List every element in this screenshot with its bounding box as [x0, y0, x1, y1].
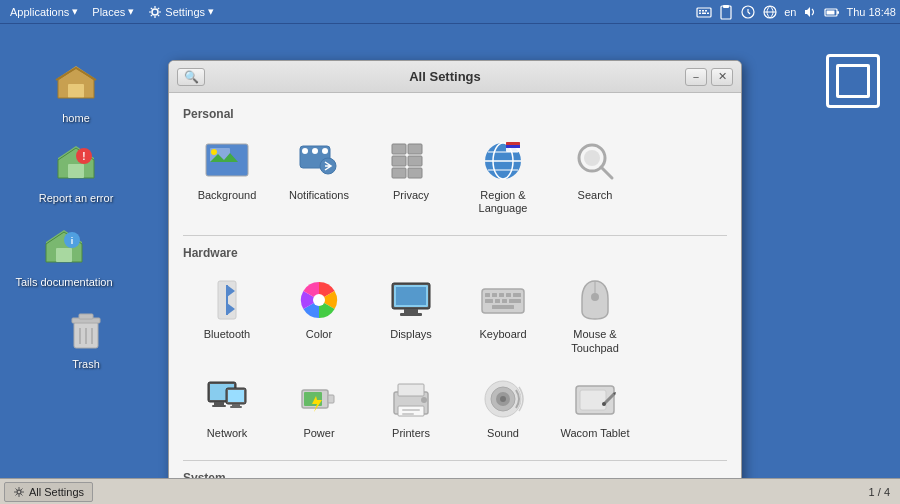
desktop-icon-trash[interactable]: Trash	[36, 306, 136, 370]
color-icon	[295, 276, 343, 324]
trash-label: Trash	[72, 358, 100, 370]
svg-rect-15	[68, 84, 84, 98]
svg-point-56	[313, 294, 325, 306]
svg-rect-2	[699, 10, 701, 12]
sound-label: Sound	[487, 427, 519, 440]
dialog-titlebar: 🔍 All Settings − ✕	[169, 61, 741, 93]
svg-rect-61	[396, 287, 426, 305]
svg-rect-71	[509, 299, 521, 303]
menu-settings[interactable]: Settings ▾	[142, 3, 220, 21]
svg-text:i: i	[71, 236, 74, 246]
taskbar-app-item-settings[interactable]: All Settings	[4, 482, 93, 502]
settings-item-wacom-tablet[interactable]: Wacom Tablet	[551, 367, 639, 448]
svg-rect-43	[392, 168, 406, 178]
svg-rect-60	[400, 313, 422, 316]
svg-rect-67	[513, 293, 521, 297]
svg-rect-82	[230, 406, 242, 408]
settings-item-mouse-touchpad[interactable]: Mouse & Touchpad	[551, 268, 639, 362]
settings-item-network[interactable]: Network	[183, 367, 271, 448]
dialog-minimize-button[interactable]: −	[685, 68, 707, 86]
battery-icon	[824, 4, 840, 20]
svg-rect-44	[408, 168, 422, 178]
settings-item-background[interactable]: Background	[183, 129, 271, 223]
region-language-label: Region & Language	[479, 189, 528, 215]
network-icon	[762, 4, 778, 20]
settings-item-displays[interactable]: Displays	[367, 268, 455, 362]
settings-taskbar-icon	[13, 486, 25, 498]
printers-label: Printers	[392, 427, 430, 440]
taskbar-right: en Thu 18:48	[696, 4, 896, 20]
svg-rect-41	[392, 156, 406, 166]
home-label: home	[62, 112, 90, 124]
taskbar-left: Applications ▾ Places ▾ Settings ▾	[4, 3, 220, 21]
svg-rect-90	[402, 413, 414, 415]
color-label: Color	[306, 328, 332, 341]
svg-point-74	[591, 293, 599, 301]
desktop-icon-report-error[interactable]: ! Report an error	[26, 140, 126, 204]
svg-point-36	[312, 148, 318, 154]
settings-dialog: 🔍 All Settings − ✕ Personal	[168, 60, 742, 504]
search-label: Search	[578, 189, 613, 202]
tails-docs-label: Tails documentation	[15, 276, 112, 288]
taskbar-pagination: 1 / 4	[869, 486, 896, 498]
svg-rect-7	[707, 12, 709, 14]
svg-point-91	[421, 397, 427, 403]
dialog-controls: − ✕	[685, 68, 733, 86]
svg-rect-81	[232, 404, 240, 406]
svg-rect-84	[328, 395, 334, 403]
trash-icon-img	[62, 306, 110, 354]
settings-item-bluetooth[interactable]: Bluetooth	[183, 268, 271, 362]
svg-rect-97	[580, 390, 606, 410]
svg-point-37	[322, 148, 328, 154]
clock-icon	[740, 4, 756, 20]
svg-rect-19	[56, 248, 72, 262]
notifications-label: Notifications	[289, 189, 349, 202]
desktop-icon-tails-docs[interactable]: i Tails documentation	[14, 224, 114, 288]
lang-indicator[interactable]: en	[784, 6, 796, 18]
section-hardware-title: Hardware	[183, 246, 727, 260]
svg-rect-68	[485, 299, 493, 303]
search-icon	[571, 137, 619, 185]
desktop-icon-home[interactable]: home	[26, 60, 126, 124]
tray-square	[826, 54, 880, 108]
dialog-search-button[interactable]: 🔍	[177, 68, 205, 86]
svg-rect-63	[485, 293, 490, 297]
menu-places[interactable]: Places ▾	[86, 3, 140, 20]
privacy-label: Privacy	[393, 189, 429, 202]
power-label: Power	[303, 427, 334, 440]
personal-grid: Background	[183, 129, 727, 223]
svg-rect-72	[492, 305, 514, 309]
svg-rect-89	[402, 409, 420, 411]
svg-rect-70	[502, 299, 507, 303]
settings-item-sound[interactable]: Sound	[459, 367, 547, 448]
menu-applications[interactable]: Applications ▾	[4, 3, 84, 20]
settings-item-printers[interactable]: Printers	[367, 367, 455, 448]
network-label: Network	[207, 427, 247, 440]
svg-text:!: !	[82, 151, 85, 162]
displays-label: Displays	[390, 328, 432, 341]
settings-icon	[148, 5, 162, 19]
svg-rect-6	[702, 12, 706, 14]
settings-item-power[interactable]: Power	[275, 367, 363, 448]
svg-point-53	[584, 150, 600, 166]
settings-item-region-language[interactable]: Region & Language	[459, 129, 547, 223]
svg-rect-59	[404, 309, 418, 313]
settings-item-notifications[interactable]: Notifications	[275, 129, 363, 223]
svg-rect-3	[702, 10, 704, 12]
region-language-icon	[479, 137, 527, 185]
svg-rect-77	[214, 402, 224, 405]
printers-icon	[387, 375, 435, 423]
svg-point-119	[17, 490, 21, 494]
settings-item-search[interactable]: Search	[551, 129, 639, 223]
taskbar-bottom: All Settings 1 / 4	[0, 478, 900, 504]
settings-item-privacy[interactable]: Privacy	[367, 129, 455, 223]
dialog-close-button[interactable]: ✕	[711, 68, 733, 86]
divider-hardware-system	[183, 460, 727, 461]
svg-rect-14	[827, 10, 835, 14]
settings-item-color[interactable]: Color	[275, 268, 363, 362]
wacom-tablet-label: Wacom Tablet	[560, 427, 629, 440]
svg-rect-4	[705, 10, 707, 12]
dialog-title: All Settings	[205, 69, 685, 84]
settings-item-keyboard[interactable]: Keyboard	[459, 268, 547, 362]
report-error-icon: !	[54, 142, 98, 186]
